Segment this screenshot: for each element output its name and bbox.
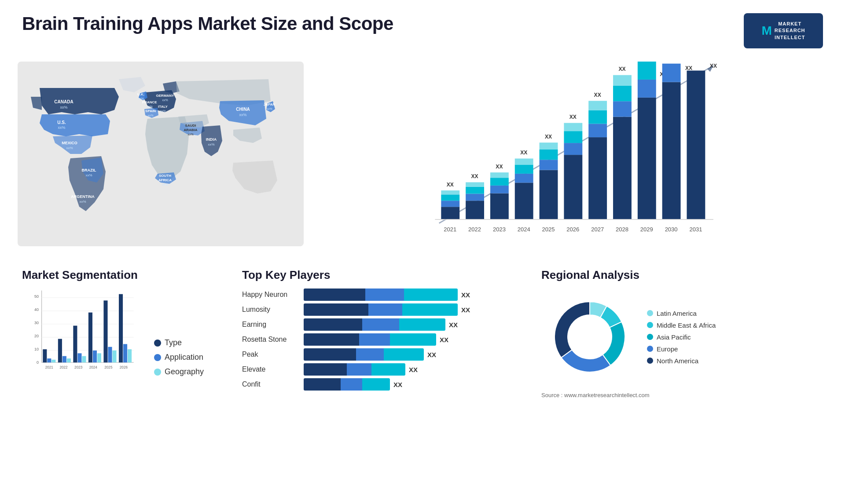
player-bar-light-0 — [404, 289, 458, 301]
svg-text:xx%: xx% — [79, 200, 86, 204]
player-name-4: Peak — [242, 351, 299, 358]
type-dot — [154, 340, 161, 347]
svg-text:xx%: xx% — [138, 97, 143, 100]
regional-label-4: North America — [657, 357, 698, 365]
svg-text:2030: 2030 — [665, 226, 678, 233]
svg-text:BRAZIL: BRAZIL — [82, 168, 96, 172]
svg-rect-37 — [441, 194, 459, 201]
regional-title: Regional Analysis — [541, 268, 823, 282]
svg-text:CHINA: CHINA — [236, 107, 250, 112]
bar-chart-svg: XX 2021 XX 2022 XX 2023 — [326, 62, 819, 237]
player-bar-5: XX — [304, 363, 524, 376]
player-row: Rosetta Stone XX — [242, 333, 524, 346]
bar-chart-container: XX 2021 XX 2022 XX 2023 — [326, 62, 819, 251]
player-bar-dark-5 — [304, 363, 347, 376]
player-bar-mid-4 — [356, 348, 384, 361]
player-name-2: Earning — [242, 321, 299, 329]
player-bar-mid-0 — [365, 289, 404, 301]
svg-rect-117 — [73, 326, 77, 363]
svg-rect-44 — [466, 182, 484, 186]
svg-text:2028: 2028 — [616, 226, 628, 233]
regional-label-3: Europe — [657, 345, 678, 353]
svg-rect-130 — [123, 344, 127, 362]
svg-text:ARABIA: ARABIA — [184, 128, 197, 132]
legend-application-label: Application — [165, 353, 203, 362]
svg-rect-74 — [588, 101, 607, 110]
world-map-container: CANADA xx% U.S. xx% MEXICO xx% BRAZIL xx… — [18, 57, 317, 259]
svg-text:XX: XX — [618, 66, 625, 72]
svg-text:xx%: xx% — [160, 110, 165, 113]
player-xx-0: XX — [461, 291, 470, 299]
player-bar-light-3 — [390, 333, 436, 346]
svg-rect-84 — [638, 80, 656, 98]
svg-rect-118 — [77, 353, 81, 362]
svg-text:ARGENTINA: ARGENTINA — [71, 194, 95, 199]
header: Brain Training Apps Market Size and Scop… — [0, 0, 845, 53]
player-name-5: Elevate — [242, 365, 299, 373]
svg-rect-114 — [62, 356, 66, 363]
svg-text:2023: 2023 — [74, 365, 83, 369]
page-title: Brain Training Apps Market Size and Scop… — [22, 13, 393, 34]
svg-text:0: 0 — [37, 360, 39, 365]
svg-text:2022: 2022 — [59, 365, 68, 369]
svg-rect-48 — [490, 186, 509, 194]
svg-text:10: 10 — [34, 347, 39, 351]
svg-rect-49 — [490, 178, 509, 186]
seg-chart-area: 0 10 20 30 40 50 — [22, 289, 224, 376]
seg-legend: Type Application Geography — [154, 338, 204, 376]
svg-text:SOUTH: SOUTH — [159, 174, 171, 178]
svg-text:xx%: xx% — [162, 183, 168, 186]
svg-rect-55 — [515, 164, 533, 173]
legend-type-label: Type — [165, 338, 182, 347]
svg-rect-123 — [97, 353, 101, 362]
regional-legend-item-2: Asia Pacific — [647, 333, 716, 341]
legend-type: Type — [154, 338, 204, 347]
player-bar-mid-6 — [341, 378, 362, 391]
svg-rect-80 — [613, 75, 632, 86]
source-text: Source : www.marketresearchintellect.com — [541, 392, 823, 398]
svg-text:MEXICO: MEXICO — [62, 141, 77, 145]
svg-rect-60 — [540, 160, 558, 170]
player-xx-6: XX — [393, 381, 402, 388]
regional-dot-4 — [647, 358, 653, 364]
player-bar-dark-2 — [304, 318, 362, 331]
svg-text:CANADA: CANADA — [54, 99, 73, 104]
svg-text:xx%: xx% — [58, 125, 65, 130]
svg-rect-125 — [103, 300, 107, 362]
svg-text:XX: XX — [710, 63, 717, 69]
svg-rect-36 — [441, 201, 459, 207]
svg-text:xx%: xx% — [60, 105, 67, 110]
player-bar-mid-3 — [359, 333, 390, 346]
svg-rect-72 — [588, 124, 607, 137]
regional-dot-3 — [647, 346, 653, 352]
svg-text:2027: 2027 — [591, 226, 604, 233]
regional-label-2: Asia Pacific — [657, 333, 691, 341]
svg-text:AFRICA: AFRICA — [158, 178, 172, 182]
svg-rect-38 — [441, 190, 459, 194]
svg-text:2021: 2021 — [444, 226, 456, 233]
svg-text:xx%: xx% — [187, 133, 193, 136]
svg-text:2023: 2023 — [493, 226, 506, 233]
players-title: Top Key Players — [242, 268, 524, 282]
svg-text:xx%: xx% — [85, 173, 92, 177]
svg-text:XX: XX — [447, 182, 454, 188]
svg-text:2029: 2029 — [640, 226, 653, 233]
svg-rect-77 — [613, 117, 632, 219]
player-bar-3: XX — [304, 333, 524, 346]
logo-box: M MARKET RESEARCH INTELLECT — [744, 13, 823, 48]
svg-text:XX: XX — [685, 65, 692, 71]
player-row: Confit XX — [242, 378, 524, 391]
svg-rect-67 — [564, 131, 582, 143]
svg-text:xx%: xx% — [239, 113, 246, 117]
player-xx-5: XX — [409, 366, 418, 373]
svg-rect-41 — [466, 201, 484, 219]
regional-label-0: Latin America — [657, 310, 697, 317]
main-grid: CANADA xx% U.S. xx% MEXICO xx% BRAZIL xx… — [0, 53, 845, 504]
svg-text:2024: 2024 — [89, 365, 98, 369]
svg-text:XX: XX — [471, 173, 478, 179]
svg-text:20: 20 — [34, 334, 39, 338]
application-dot — [154, 354, 161, 361]
svg-text:XX: XX — [520, 150, 527, 156]
regional-legend-item-1: Middle East & Africa — [647, 321, 716, 329]
svg-rect-73 — [588, 110, 607, 124]
